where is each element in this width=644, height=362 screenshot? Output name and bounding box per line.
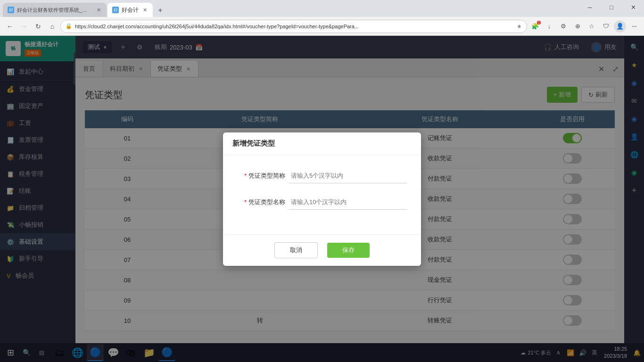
cancel-button[interactable]: 取消 [274, 242, 318, 258]
security-icon[interactable]: 🛡 [600, 20, 612, 33]
close-button[interactable]: ✕ [622, 0, 644, 14]
full-name-input[interactable] [289, 195, 407, 210]
modal-overlay: 新增凭证类型 * 凭证类型简称 * 凭证类型名称 [0, 36, 644, 362]
short-name-input[interactable] [289, 168, 407, 183]
back-button[interactable]: ← [4, 20, 16, 33]
extensions-icon[interactable]: 🧩1 [529, 20, 541, 33]
save-button[interactable]: 保存 [327, 243, 370, 258]
profile-icon[interactable]: 👤 [614, 20, 626, 33]
address-bar[interactable]: 🔒 https://cloud2.chanjet.com/accounting/… [60, 20, 527, 33]
modal-header: 新增凭证类型 [223, 132, 421, 155]
required-star-1: * [244, 172, 247, 179]
star-icon: ★ [517, 23, 522, 30]
required-star-2: * [244, 198, 247, 206]
full-name-row: * 凭证类型名称 [237, 195, 407, 210]
tab2-favicon: 好 [112, 7, 119, 13]
modal-body: * 凭证类型简称 * 凭证类型名称 [223, 155, 421, 234]
minimize-button[interactable]: ─ [579, 0, 601, 14]
tab1-close-icon[interactable]: ✕ [95, 7, 102, 13]
modal-footer: 取消 保存 [223, 234, 421, 266]
zoom-icon[interactable]: ⊕ [571, 20, 584, 33]
home-button[interactable]: ⌂ [46, 20, 58, 33]
short-name-row: * 凭证类型简称 [237, 168, 407, 183]
browser-tab-1[interactable]: 好 好会计云财务软件管理系统_会计 ✕ [3, 3, 107, 17]
browser-toolbar: ← → ↻ ⌂ 🔒 https://cloud2.chanjet.com/acc… [0, 17, 644, 36]
new-tab-button[interactable]: + [154, 4, 167, 17]
modal: 新增凭证类型 * 凭证类型简称 * 凭证类型名称 [223, 132, 421, 266]
tab2-close-icon[interactable]: ✕ [141, 7, 148, 13]
browser-tab-2[interactable]: 好 好会计 ✕ [107, 3, 153, 17]
settings-icon[interactable]: ⚙ [557, 20, 570, 33]
forward-button[interactable]: → [18, 20, 30, 33]
downloads-icon[interactable]: ↓ [543, 20, 555, 33]
address-text: https://cloud2.chanjet.com/accounting/uh… [75, 24, 514, 29]
tab2-title: 好会计 [122, 6, 139, 14]
tab1-favicon: 好 [8, 7, 14, 13]
reload-button[interactable]: ↻ [32, 20, 44, 33]
more-options-icon[interactable]: ··· [628, 20, 640, 33]
bookmark-icon[interactable]: ☆ [586, 20, 598, 33]
short-name-label: * 凭证类型简称 [237, 172, 289, 180]
maximize-button[interactable]: □ [601, 0, 622, 14]
modal-title: 新增凭证类型 [232, 139, 275, 148]
tab1-title: 好会计云财务软件管理系统_会计 [17, 7, 92, 14]
browser-chrome: ─ □ ✕ 好 好会计云财务软件管理系统_会计 ✕ 好 好会计 ✕ + ← → … [0, 0, 644, 36]
full-name-label: * 凭证类型名称 [237, 198, 289, 206]
lock-icon: 🔒 [66, 23, 72, 29]
